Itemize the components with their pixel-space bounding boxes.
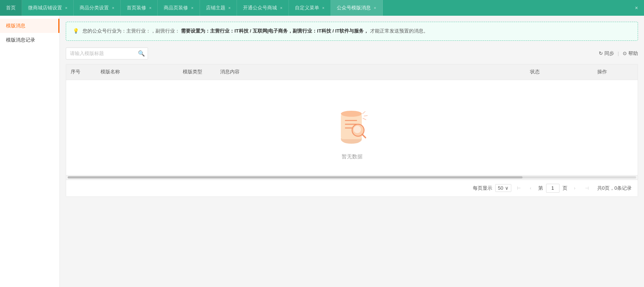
svg-point-2: [341, 111, 362, 117]
help-button[interactable]: ⊙ 帮助: [623, 50, 638, 57]
svg-line-11: [363, 118, 366, 120]
notice-prefix: 您的公众号行业为：主营行业：，副营行业：: [83, 28, 180, 34]
svg-line-9: [363, 112, 365, 114]
page-size-label: 每页显示: [473, 185, 492, 192]
pagination: 每页显示 50 ∨ ⊢ ‹ 第 页 › ⊣ 共0页，0条记录: [66, 180, 638, 196]
tab-theme-close[interactable]: ×: [228, 6, 231, 10]
th-content: 消息内容: [216, 68, 526, 75]
tab-template-msg-label: 公众号模版消息: [337, 4, 371, 11]
tab-theme[interactable]: 店铺主题 ×: [200, 0, 237, 16]
main-content: 💡 您的公众号行业为：主营行业：，副营行业： 需要设置为：主营行业：IT科技 /…: [60, 16, 644, 287]
tab-open-mall[interactable]: 开通公众号商城 ×: [237, 0, 289, 16]
search-right: ↻ 同步 | ⊙ 帮助: [599, 50, 638, 57]
tab-home-decor-close[interactable]: ×: [149, 6, 151, 10]
close-all-button[interactable]: ×: [629, 5, 644, 11]
divider: |: [618, 51, 619, 56]
tab-product-decor-close[interactable]: ×: [191, 6, 193, 10]
svg-line-8: [362, 134, 366, 138]
layout: 模版消息 模版消息记录 💡 您的公众号行业为：主营行业：，副营行业： 需要设置为…: [0, 16, 644, 287]
tab-product-decor-label: 商品页装修: [164, 4, 188, 11]
tab-open-mall-label: 开通公众号商城: [243, 4, 277, 11]
search-bar: 🔍 ↻ 同步 | ⊙ 帮助: [66, 48, 638, 59]
tab-home[interactable]: 首页: [0, 0, 22, 16]
tab-custom-menu-label: 自定义菜单: [295, 4, 319, 11]
notice-suffix: 才能正常发送预置的消息。: [370, 28, 428, 34]
page-prev-button[interactable]: ‹: [526, 184, 535, 193]
notice-highlight: 需要设置为：主营行业：IT科技 / 互联网|电子商务，副营行业：IT科技 / I…: [181, 28, 369, 34]
sidebar-item-template-msg-record[interactable]: 模版消息记录: [0, 33, 59, 47]
th-seq: 序号: [66, 68, 96, 75]
tab-custom-menu-close[interactable]: ×: [322, 6, 324, 10]
tab-template-msg[interactable]: 公众号模版消息 ×: [331, 0, 382, 16]
th-status: 状态: [526, 68, 593, 75]
page-first-button[interactable]: ⊢: [514, 184, 523, 193]
notice-icon: 💡: [73, 28, 79, 34]
empty-illustration: [330, 103, 375, 147]
tab-category[interactable]: 商品分类设置 ×: [74, 0, 120, 16]
tab-home-decor-label: 首页装修: [127, 4, 146, 11]
scrollbar-thumb: [68, 176, 523, 178]
search-input[interactable]: [66, 48, 148, 59]
sync-icon: ↻: [599, 51, 603, 56]
tab-custom-menu[interactable]: 自定义菜单 ×: [289, 0, 331, 16]
search-left: 🔍: [66, 48, 148, 59]
th-action: 操作: [593, 68, 638, 75]
data-table: 序号 模版名称 模版类型 消息内容 状态 操作: [66, 64, 638, 197]
tab-home-decor[interactable]: 首页装修 ×: [121, 0, 158, 16]
page-label-pre: 第: [538, 185, 543, 192]
sidebar-item-template-msg-record-label: 模版消息记录: [6, 37, 35, 43]
svg-point-7: [354, 126, 361, 133]
tab-store-settings-close[interactable]: ×: [65, 6, 67, 10]
tab-category-label: 商品分类设置: [80, 4, 109, 11]
scrollbar-track: [68, 176, 636, 178]
total-info: 共0页，0条记录: [597, 185, 632, 192]
tab-theme-label: 店铺主题: [206, 4, 225, 11]
sidebar-item-template-msg-label: 模版消息: [6, 23, 25, 28]
tab-home-label: 首页: [6, 4, 16, 11]
th-type: 模版类型: [178, 68, 216, 75]
notice-box: 💡 您的公众号行业为：主营行业：，副营行业： 需要设置为：主营行业：IT科技 /…: [66, 22, 638, 41]
tab-template-msg-close[interactable]: ×: [374, 6, 376, 10]
page-number-input[interactable]: [546, 184, 560, 193]
horizontal-scrollbar[interactable]: [66, 175, 638, 180]
tab-store-settings-label: 微商城店铺设置: [28, 4, 62, 11]
sync-button[interactable]: ↻ 同步: [599, 50, 614, 57]
sidebar-item-template-msg[interactable]: 模版消息: [0, 19, 59, 33]
tab-store-settings[interactable]: 微商城店铺设置 ×: [22, 0, 74, 16]
page-next-button[interactable]: ›: [570, 184, 579, 193]
help-label: 帮助: [628, 50, 638, 57]
th-name: 模版名称: [96, 68, 178, 75]
tab-open-mall-close[interactable]: ×: [280, 6, 282, 10]
search-button[interactable]: 🔍: [138, 50, 145, 57]
tab-product-decor[interactable]: 商品页装修 ×: [158, 0, 200, 16]
page-size-value: 50: [498, 185, 503, 191]
page-size-chevron-icon: ∨: [505, 185, 509, 191]
page-label-post: 页: [563, 185, 567, 192]
empty-text: 暂无数据: [342, 153, 363, 160]
empty-state: 暂无数据: [66, 80, 638, 175]
search-input-wrap: 🔍: [66, 48, 148, 59]
help-icon: ⊙: [623, 51, 627, 56]
top-nav: 首页 微商城店铺设置 × 商品分类设置 × 首页装修 × 商品页装修 × 店铺主…: [0, 0, 644, 16]
sync-label: 同步: [604, 50, 614, 57]
svg-line-10: [364, 116, 367, 116]
table-header: 序号 模版名称 模版类型 消息内容 状态 操作: [66, 64, 638, 80]
sidebar: 模版消息 模版消息记录: [0, 16, 60, 287]
tab-category-close[interactable]: ×: [112, 6, 114, 10]
page-last-button[interactable]: ⊣: [582, 184, 591, 193]
page-size-select[interactable]: 50 ∨: [495, 184, 511, 192]
